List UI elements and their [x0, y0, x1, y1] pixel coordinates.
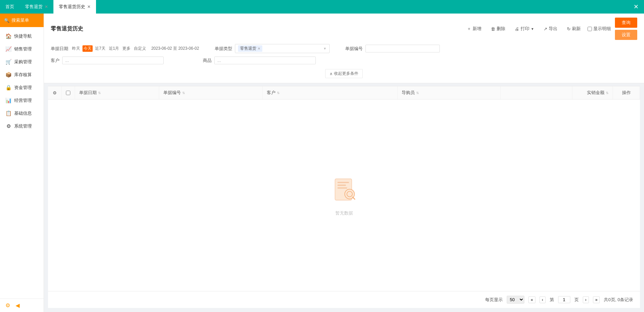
delete-button[interactable]: 🗑 删除	[488, 24, 508, 33]
collapse-button[interactable]: ∧ 收起更多条件	[325, 69, 363, 78]
svg-line-6	[353, 197, 355, 199]
sidebar-item-finance[interactable]: 🔒 资金管理	[0, 81, 44, 94]
new-button[interactable]: ＋ 新增	[464, 24, 484, 33]
bill-no-filter: 单据编号	[345, 45, 440, 52]
th-checkbox[interactable]	[62, 86, 75, 99]
th-amount-sort-icon[interactable]: ⇅	[606, 91, 609, 95]
sidebar-search[interactable]: 🔍 搜索菜单	[0, 14, 44, 27]
shortcut-custom[interactable]: 自定义	[133, 45, 147, 52]
tab-retail-return-history-close[interactable]: ✕	[87, 4, 91, 9]
svg-rect-1	[337, 182, 349, 183]
goods-placeholder: ...	[217, 58, 221, 63]
th-date-sort-icon[interactable]: ⇅	[98, 91, 101, 95]
page-unit: 页	[574, 297, 579, 303]
sidebar-item-sales[interactable]: 📈 销售管理	[0, 43, 44, 55]
sidebar-item-system[interactable]: ⚙ 系统管理	[0, 120, 44, 133]
th-action: 操作	[613, 86, 640, 99]
sidebar-search-label: 搜索菜单	[11, 17, 29, 23]
sidebar-item-system-label: 系统管理	[14, 123, 32, 129]
collapse-row: ∧ 收起更多条件	[51, 68, 637, 80]
th-customer-sort-icon[interactable]: ⇅	[277, 91, 280, 95]
shortcut-7days[interactable]: 近7天	[94, 45, 106, 52]
sidebar-item-basic-info[interactable]: 📋 基础信息	[0, 107, 44, 120]
collapse-icon: ∧	[330, 71, 333, 76]
sidebar: 🔍 搜索菜单 🏠 快捷导航 📈 销售管理 🛒 采购管理 📦 库存核算 🔒	[0, 14, 44, 312]
tab-retail-return-history-label: 零售退货历史	[59, 4, 85, 10]
th-guide-label: 导购员	[402, 90, 415, 96]
main-content-area: ⚙ 单据日期 ⇅ 单据编号 ⇅ 客户 ⇅	[44, 83, 644, 312]
th-settings[interactable]: ⚙	[48, 86, 62, 99]
sidebar-item-purchase[interactable]: 🛒 采购管理	[0, 55, 44, 68]
delete-label: 删除	[497, 26, 505, 32]
tab-retail-return-close[interactable]: ✕	[45, 4, 48, 9]
sidebar-item-operations[interactable]: 📊 经营管理	[0, 94, 44, 107]
prev-page-button[interactable]: ‹	[540, 296, 546, 303]
settings-icon[interactable]: ⚙	[5, 302, 10, 309]
purchase-icon: 🛒	[5, 59, 11, 65]
page-header: 零售退货历史 ＋ 新增 🗑 删除 🖨 打印 ▼	[44, 14, 644, 83]
tab-home[interactable]: + 新增 首页	[0, 0, 20, 14]
topbar-tabs: + 新增 首页 零售退货 ✕ 零售退货历史 ✕	[0, 0, 644, 14]
page-number-input[interactable]	[558, 296, 570, 303]
goods-input[interactable]: ...	[214, 57, 316, 64]
show-detail-checkbox[interactable]	[588, 27, 592, 31]
pagination: 每页显示 50 100 200 « ‹ 第 页 › » 共0页, 0条记录	[48, 291, 640, 308]
date-range-display: 2023-06-02 至 2023-06-02	[151, 46, 199, 51]
delete-icon: 🗑	[491, 26, 495, 31]
goods-filter: 商品 ...	[203, 57, 316, 64]
sidebar-item-basic-info-label: 基础信息	[14, 110, 32, 116]
new-icon: ＋	[467, 26, 471, 32]
shortcut-yesterday[interactable]: 昨天	[71, 45, 81, 52]
bill-type-label: 单据类型	[215, 46, 232, 52]
export-label: 导出	[549, 26, 557, 32]
refresh-icon: ↻	[567, 26, 571, 31]
select-all-checkbox[interactable]	[66, 91, 70, 95]
tab-retail-return[interactable]: 零售退货 ✕	[20, 0, 53, 14]
tab-retail-return-history[interactable]: 零售退货历史 ✕	[53, 0, 96, 14]
sidebar-item-quick-nav[interactable]: 🏠 快捷导航	[0, 30, 44, 43]
sidebar-item-operations-label: 经营管理	[14, 97, 32, 104]
th-date: 单据日期 ⇅	[75, 86, 159, 99]
window-close-button[interactable]: ✕	[634, 3, 639, 10]
query-button[interactable]: 查询	[615, 18, 637, 28]
new-label: 新增	[473, 26, 481, 32]
bill-type-select[interactable]: 零售退货 ✕ ▼	[235, 44, 330, 53]
sidebar-item-sales-label: 销售管理	[14, 46, 32, 52]
collapse-sidebar-icon[interactable]: ◀	[16, 302, 20, 309]
sidebar-bottom: ⚙ ◀	[0, 298, 44, 312]
refresh-label: 刷新	[572, 26, 581, 32]
shortcut-more[interactable]: 更多	[121, 45, 132, 52]
page-label: 第	[550, 297, 554, 303]
shortcut-today[interactable]: 今天	[82, 45, 93, 52]
system-icon: ⚙	[5, 123, 11, 129]
customer-input[interactable]: ...	[62, 57, 164, 64]
layout: 🔍 搜索菜单 🏠 快捷导航 📈 销售管理 🛒 采购管理 📦 库存核算 🔒	[0, 14, 644, 312]
refresh-button[interactable]: ↻ 刷新	[564, 24, 583, 33]
bill-no-label: 单据编号	[345, 46, 363, 52]
table-area: ⚙ 单据日期 ⇅ 单据编号 ⇅ 客户 ⇅	[48, 86, 640, 308]
last-page-button[interactable]: »	[593, 296, 600, 303]
page-size-select[interactable]: 50 100 200	[507, 296, 524, 304]
next-page-button[interactable]: ›	[583, 296, 589, 303]
shortcut-1month[interactable]: 近1月	[108, 45, 120, 52]
th-guide-sort-icon[interactable]: ⇅	[416, 91, 419, 95]
th-billno-sort-icon[interactable]: ⇅	[182, 91, 185, 95]
sidebar-item-inventory-label: 库存核算	[14, 72, 32, 78]
finance-icon: 🔒	[5, 85, 11, 91]
export-button[interactable]: ↗ 导出	[541, 24, 560, 33]
sidebar-item-purchase-label: 采购管理	[14, 59, 32, 65]
th-date-label: 单据日期	[79, 90, 97, 96]
sidebar-menu: 🏠 快捷导航 📈 销售管理 🛒 采购管理 📦 库存核算 🔒 资金管理 📊	[0, 27, 44, 298]
page-header-top: 零售退货历史 ＋ 新增 🗑 删除 🖨 打印 ▼	[51, 18, 637, 40]
home-icon: 🏠	[5, 33, 11, 39]
sidebar-item-inventory[interactable]: 📦 库存核算	[0, 68, 44, 81]
settings-button[interactable]: 设置	[615, 30, 637, 40]
first-page-button[interactable]: «	[528, 296, 535, 303]
svg-rect-2	[337, 185, 346, 186]
bill-type-tag-close[interactable]: ✕	[258, 47, 260, 50]
total-label: 共0页, 0条记录	[604, 297, 633, 303]
sidebar-item-finance-label: 资金管理	[14, 85, 32, 91]
bill-no-input[interactable]	[365, 45, 440, 52]
print-button[interactable]: 🖨 打印 ▼	[512, 24, 537, 33]
sales-icon: 📈	[5, 46, 11, 52]
